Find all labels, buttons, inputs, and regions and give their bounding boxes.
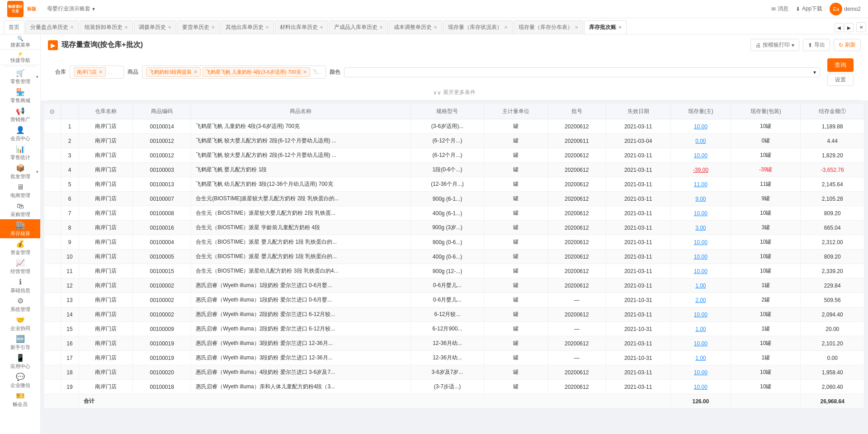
tab-home[interactable]: 首页 — [4, 20, 24, 34]
color-filter-dropdown[interactable]: ▾ — [344, 67, 820, 77]
table-cell[interactable]: 11.00 — [670, 177, 731, 192]
table-cell[interactable]: 9.00 — [670, 192, 731, 206]
sidebar-item-ecommerce[interactable]: 🖥 电商管理 — [0, 181, 40, 200]
template-print-btn[interactable]: 🖨 按模板打印 ▾ — [750, 39, 799, 51]
tab-prev-btn[interactable]: ◀ — [835, 23, 844, 32]
tab-close-diaopan[interactable]: ✕ — [168, 25, 171, 30]
tab-close-all-btn[interactable]: ✕ — [856, 22, 866, 32]
tab-close-yaohuodan[interactable]: ✕ — [211, 25, 215, 30]
sidebar-item-operation[interactable]: 📈 经营管理 — [0, 257, 40, 276]
tab-kucunpici[interactable]: 库存批次账 ✕ — [584, 20, 627, 34]
tab-chengbentiaozhen[interactable]: 成本调整单历史 ✕ — [389, 20, 442, 34]
sidebar-item-purchase[interactable]: 🛍 采购管理 — [0, 200, 40, 219]
sidebar-quick-nav[interactable]: ⚡ 快捷导航 — [0, 50, 40, 65]
sidebar-item-basic[interactable]: ℹ 基础信息 — [0, 276, 40, 295]
sidebar-item-finance[interactable]: 💰 资金管理 — [0, 238, 40, 257]
tab-cailiaochu[interactable]: 材料出库单历史 ✕ — [275, 20, 328, 34]
table-cell: (6-12个月...) — [410, 134, 484, 148]
sidebar-label-member: 会员中心 — [10, 135, 30, 142]
tab-qitachuku[interactable]: 其他出库单历史 ✕ — [221, 20, 274, 34]
tab-fenpan[interactable]: 分量盘点单历史 ✕ — [25, 20, 79, 34]
tab-close-cailiaochu[interactable]: ✕ — [320, 25, 323, 30]
sidebar-item-marketing[interactable]: 📢 营销推广 — [0, 105, 40, 124]
table-cell: 2,105.28 — [801, 192, 864, 206]
tab-chengpinruku[interactable]: 产成品入库单历史 ✕ — [329, 20, 388, 34]
footer-row: 合计 126.00 26,968.64 — [44, 394, 864, 409]
table-cell[interactable]: 10.00 — [670, 119, 731, 134]
table-cell[interactable]: 10.00 — [670, 206, 731, 221]
tab-close-zuchai[interactable]: ✕ — [124, 25, 128, 30]
sidebar-item-wholesale[interactable]: 📦 批发管理 ▾ — [0, 162, 40, 181]
tab-close-kucunpici[interactable]: ✕ — [618, 25, 622, 30]
sidebar-item-retail_shop[interactable]: 🏪 零售商城 — [0, 86, 40, 105]
table-cell[interactable]: 10.00 — [670, 365, 731, 380]
gear-settings-icon[interactable]: ⚙ — [49, 108, 55, 115]
sidebar-search-btn[interactable]: 🔍 搜索菜单 — [0, 34, 40, 50]
product-tag-2-remove[interactable]: ✕ — [303, 69, 307, 75]
tab-close-qitachuku[interactable]: ✕ — [265, 25, 269, 30]
sidebar-item-app_center[interactable]: 📱 应用中心 — [0, 352, 40, 371]
table-cell[interactable]: 1.00 — [670, 278, 731, 293]
expand-sidebar-btn[interactable]: ▶ — [48, 40, 58, 50]
query-btn[interactable]: 查询 — [827, 58, 854, 72]
table-cell[interactable]: 10.00 — [670, 148, 731, 163]
content-area: ▶ 现存量查询(按仓库+批次) 🖨 按模板打印 ▾ ⬆ 导出 ↻ — [41, 34, 868, 434]
sidebar-item-member_card[interactable]: 🎫 畅会员 — [0, 390, 40, 409]
table-cell[interactable]: 10.00 — [670, 307, 731, 322]
tab-diaopan[interactable]: 调拨单历史 ✕ — [134, 20, 176, 34]
sidebar-item-retail_stats[interactable]: 📊 零售统计 — [0, 143, 40, 162]
username: demo2 — [844, 6, 861, 12]
table-cell: 2021-10-31 — [606, 322, 670, 336]
refresh-btn[interactable]: ↻ 刷新 — [834, 39, 861, 51]
table-cell: 罐 — [484, 221, 547, 235]
table-cell[interactable]: 1.00 — [670, 322, 731, 336]
warehouse-tag-remove[interactable]: ✕ — [99, 69, 103, 75]
table-cell[interactable]: 0.00 — [670, 134, 731, 148]
app-download-btn[interactable]: ⬇ App下载 — [796, 5, 822, 13]
table-cell — [44, 206, 61, 221]
table-cell[interactable]: 3.00 — [670, 221, 731, 235]
tab-next-btn[interactable]: ▶ — [844, 23, 854, 32]
tab-xianzailiangkuZK[interactable]: 现存量（库存状况表） ✕ — [443, 20, 513, 34]
tab-close-chengbentiaozhen[interactable]: ✕ — [434, 25, 437, 30]
table-cell: 00100018 — [133, 380, 191, 394]
table-cell[interactable]: 10.00 — [670, 250, 731, 264]
export-btn[interactable]: ⬆ 导出 — [803, 39, 830, 51]
user-area[interactable]: Ea demo2 — [830, 3, 861, 15]
table-cell[interactable]: 10.00 — [670, 380, 731, 394]
tab-xianzailiangFB[interactable]: 现存量（库存分布表） ✕ — [514, 20, 583, 34]
product-filter-input[interactable]: 飞鹤奶粉3段两提装 ✕ 飞鹤星飞帆 儿童奶粉 4段(3-6岁适用) 700克 ✕… — [142, 66, 326, 79]
table-cell[interactable]: 10.00 — [670, 235, 731, 250]
table-cell[interactable]: 10.00 — [670, 336, 731, 351]
table-cell: 900g (12-...) — [410, 264, 484, 278]
tab-close-chengpinruku[interactable]: ✕ — [379, 25, 383, 30]
tab-yaohuodan[interactable]: 要货单历史 ✕ — [177, 20, 220, 34]
table-cell: 20200612 — [547, 278, 606, 293]
sidebar-item-member[interactable]: 👤 会员中心 — [0, 124, 40, 143]
sidebar-item-retail_mgmt[interactable]: 🛒 零售管理 ▾ — [0, 67, 40, 86]
sidebar-item-enterprise_wechat[interactable]: 💬 企业微信 — [0, 371, 40, 390]
tab-zuchai[interactable]: 组装拆卸单历史 ✕ — [80, 20, 133, 34]
tab-close-xianzailiangFB[interactable]: ✕ — [575, 25, 578, 30]
table-cell: -3,652.76 — [801, 163, 864, 177]
sidebar-item-inventory[interactable]: 🏬 库存核算 — [0, 219, 40, 238]
logo-text: 畅捷通好生意 — [7, 5, 24, 13]
account-dropdown[interactable]: 母婴行业演示账套 ▾ — [47, 5, 95, 13]
table-cell[interactable]: 2.00 — [670, 293, 731, 307]
sidebar-item-enterprise[interactable]: 🤝 企业协同 — [0, 314, 40, 333]
sidebar-item-system[interactable]: ⚙ 系统管理 — [0, 295, 40, 314]
table-cell[interactable]: 1.00 — [670, 351, 731, 365]
table-cell: 10罐 — [731, 307, 801, 322]
avatar: Ea — [830, 3, 842, 15]
product-tag-1-remove[interactable]: ✕ — [193, 69, 198, 75]
tab-close-fenpan[interactable]: ✕ — [70, 25, 74, 30]
warehouse-filter-input[interactable]: 南岸门店 ✕ ... — [70, 66, 124, 79]
tab-close-xianzailiangkuZK[interactable]: ✕ — [504, 25, 508, 30]
table-cell: 6 — [61, 192, 79, 206]
table-cell[interactable]: 10.00 — [670, 264, 731, 278]
table-cell[interactable]: -39.00 — [670, 163, 731, 177]
messages-btn[interactable]: ✉ 消息 — [771, 5, 788, 13]
settings-btn[interactable]: 设置 — [827, 74, 854, 86]
expand-more-btn[interactable]: ∨∨ 展开更多条件 — [55, 89, 854, 96]
sidebar-item-new_guide[interactable]: 🆕 新手引导 — [0, 333, 40, 352]
